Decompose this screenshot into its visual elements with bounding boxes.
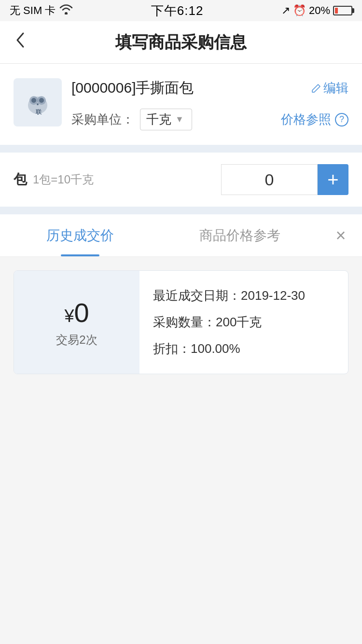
discount-row: 折扣：100.00% — [153, 339, 334, 358]
quantity-unit-info: 包 1包=10千克 — [14, 170, 221, 189]
price-ref-help-icon: ? — [335, 113, 348, 126]
alarm-icon: ⏰ — [293, 4, 306, 17]
unit-selector-group: 采购单位： 千克 ▼ — [71, 109, 192, 130]
price-ref-button[interactable]: 价格参照 ? — [281, 111, 348, 128]
unit-label: 采购单位： — [71, 111, 134, 128]
quantity-unit-badge: 包 — [14, 170, 27, 189]
tab-close-button[interactable]: × — [320, 225, 362, 246]
price-card: ¥0 交易2次 最近成交日期：2019-12-30 采购数量：200千克 折扣：… — [14, 270, 348, 374]
price-card-right: 最近成交日期：2019-12-30 采购数量：200千克 折扣：100.00% — [139, 271, 348, 374]
dropdown-icon: ▼ — [175, 114, 184, 125]
nav-bar: 填写商品采购信息 — [0, 21, 362, 64]
purchase-quantity-label: 采购数量： — [153, 315, 216, 329]
price-ref-label: 价格参照 — [281, 111, 331, 128]
price-card-section: ¥0 交易2次 最近成交日期：2019-12-30 采购数量：200千克 折扣：… — [0, 257, 362, 388]
purchase-quantity-value: 200千克 — [216, 315, 262, 329]
status-right: ↗ ⏰ 20% — [281, 4, 352, 17]
unit-value: 千克 — [146, 111, 171, 128]
purchase-quantity-row: 采购数量：200千克 — [153, 313, 334, 332]
unit-dropdown[interactable]: 千克 ▼ — [140, 109, 192, 130]
product-name: [0000006]手撕面包 — [71, 78, 194, 98]
product-top-row: 联 [0000006]手撕面包 编辑 采购单位： 千克 ▼ — [14, 78, 348, 130]
section-divider-2 — [0, 207, 362, 214]
quantity-conversion: 1包=10千克 — [33, 172, 94, 187]
product-name-row: [0000006]手撕面包 编辑 — [71, 78, 348, 98]
price-amount: ¥0 — [64, 297, 89, 328]
tab-active-indicator — [61, 254, 99, 256]
product-section: 联 [0000006]手撕面包 编辑 采购单位： 千克 ▼ — [0, 64, 362, 145]
back-button[interactable] — [14, 29, 27, 55]
recent-trade-date-row: 最近成交日期：2019-12-30 — [153, 286, 334, 305]
tab-bar: 历史成交价 商品价格参考 × — [0, 214, 362, 257]
quantity-input[interactable] — [221, 164, 318, 195]
svg-point-3 — [31, 98, 36, 103]
quantity-input-wrapper: + — [221, 164, 348, 195]
svg-point-4 — [39, 98, 44, 103]
tab-product-price-ref-label: 商品价格参考 — [199, 226, 280, 245]
carrier-label: 无 SIM 卡 — [10, 3, 56, 18]
discount-value: 100.00% — [191, 341, 240, 356]
tab-product-price-ref[interactable]: 商品价格参考 — [160, 214, 320, 256]
svg-point-5 — [37, 103, 39, 105]
wifi-icon — [59, 4, 73, 17]
recent-trade-date-value: 2019-12-30 — [241, 288, 305, 303]
status-bar: 无 SIM 卡 下午6:12 ↗ ⏰ 20% — [0, 0, 362, 21]
currency-symbol: ¥ — [64, 306, 74, 326]
battery-percent: 20% — [309, 4, 330, 17]
product-info: [0000006]手撕面包 编辑 采购单位： 千克 ▼ 价格 — [71, 78, 348, 130]
discount-label: 折扣： — [153, 341, 191, 356]
edit-button[interactable]: 编辑 — [311, 80, 348, 97]
tab-history-price-label: 历史成交价 — [46, 226, 114, 245]
section-divider-1 — [0, 145, 362, 153]
status-time: 下午6:12 — [151, 2, 204, 19]
battery-icon — [333, 6, 352, 15]
price-value: 0 — [74, 297, 89, 328]
quantity-row: 包 1包=10千克 + — [0, 153, 362, 207]
product-thumbnail: 联 — [14, 78, 62, 126]
svg-text:联: 联 — [35, 109, 42, 115]
status-left: 无 SIM 卡 — [10, 3, 73, 18]
quantity-plus-button[interactable]: + — [318, 164, 348, 195]
product-unit-row: 采购单位： 千克 ▼ 价格参照 ? — [71, 109, 348, 130]
close-icon: × — [335, 225, 346, 246]
recent-trade-date-label: 最近成交日期： — [153, 288, 241, 303]
tab-history-price[interactable]: 历史成交价 — [0, 214, 160, 256]
location-icon: ↗ — [281, 4, 290, 17]
page-title: 填写商品采购信息 — [115, 31, 247, 54]
price-card-left: ¥0 交易2次 — [14, 271, 139, 374]
trade-count: 交易2次 — [56, 332, 97, 348]
